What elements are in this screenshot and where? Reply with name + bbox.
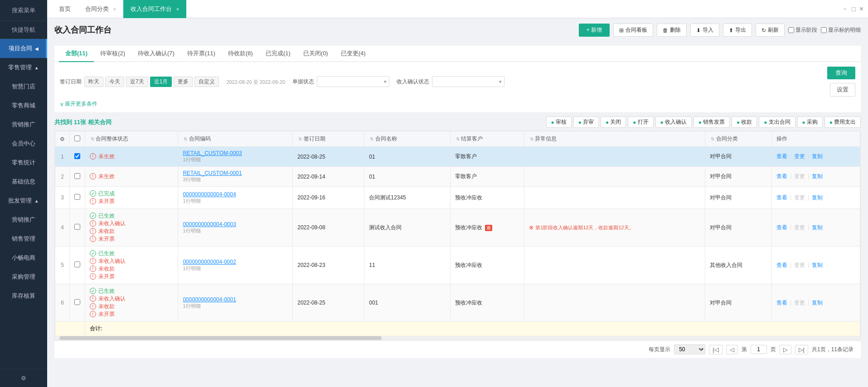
next-page-button[interactable]: ▷ [780,345,791,354]
row-checkbox-6[interactable] [70,284,85,322]
maximize-icon[interactable]: □ [852,5,855,13]
op-view-1[interactable]: 查看 [776,153,787,160]
checkbox-3[interactable] [74,194,80,200]
row-checkbox-1[interactable] [70,147,85,167]
sidebar-item-purchase[interactable]: 采购管理 [0,267,47,286]
settings-button[interactable]: 设置 [830,83,855,97]
sort-icon-error[interactable]: ⇅ [530,136,533,141]
op-copy-1[interactable]: 复制 [812,153,823,160]
th-select-all[interactable]: ⚙ [55,131,70,147]
action-close[interactable]: ● 关闭 [601,116,626,128]
sidebar-search[interactable]: 搜索菜单 [0,0,47,21]
first-page-button[interactable]: |◁ [709,345,722,354]
row-checkbox-3[interactable] [70,187,85,209]
export-button[interactable]: ⬆ 导出 [723,24,752,37]
date-7days[interactable]: 近7天 [126,77,148,87]
op-view-3[interactable]: 查看 [776,194,787,202]
sort-icon-code[interactable]: ⇅ [184,136,187,141]
op-edit-6[interactable]: 变更 [794,299,805,307]
date-more[interactable]: 更多 [174,77,193,87]
action-income-confirm[interactable]: ● 收入确认 [655,116,692,128]
date-yesterday[interactable]: 昨天 [84,77,103,87]
action-payment[interactable]: ● 收款 [732,116,757,128]
checkbox-2[interactable] [74,173,80,179]
refresh-button[interactable]: ↻ 刷新 [756,24,785,37]
minimize-icon[interactable]: － [842,5,848,13]
sidebar-item-xiaojiang[interactable]: 小畅电商 [0,248,47,267]
op-copy-6[interactable]: 复制 [812,299,823,307]
page-size-select[interactable]: 50 100 200 [674,344,705,354]
checkbox-1[interactable] [74,153,80,159]
expand-button[interactable]: ∨ 展开更多条件 [60,100,855,108]
page-input[interactable] [751,345,767,354]
kanban-button[interactable]: ⊞ 合同看板 [613,24,653,37]
action-purchase[interactable]: ● 采购 [797,116,823,128]
sidebar-item-sales-mgmt[interactable]: 销售管理 [0,229,47,248]
action-abandon-review[interactable]: ● 弃审 [573,116,599,128]
action-expense[interactable]: ● 费用支出 [824,116,861,128]
action-expense-contract[interactable]: ● 支出合同 [759,116,795,128]
op-edit-1[interactable]: 变更 [794,153,805,160]
date-today[interactable]: 今天 [105,77,124,87]
op-edit-5[interactable]: 变更 [794,261,805,269]
sidebar-item-base-info[interactable]: 基础信息 [0,172,47,191]
row-checkbox-4[interactable] [70,209,85,247]
settings-col-icon[interactable]: ⚙ [60,136,65,142]
op-copy-5[interactable]: 复制 [812,261,823,269]
select-all-checkbox[interactable] [74,135,80,141]
query-button[interactable]: 查询 [827,67,855,79]
action-sales-invoice[interactable]: ● 销售发票 [693,116,730,128]
op-copy-2[interactable]: 复制 [812,173,823,180]
show-mark-checkbox[interactable]: 显示标的明细 [821,26,861,34]
checkbox-4[interactable] [74,224,80,230]
code-link-6[interactable]: 0000000000004-0001 [183,296,236,303]
prev-page-button[interactable]: ◁ [726,345,738,354]
delete-button[interactable]: 🗑 删除 [657,24,687,37]
sort-icon-date[interactable]: ⇅ [298,136,302,141]
row-checkbox-2[interactable] [70,167,85,187]
status-tab-changed[interactable]: 已变更(4) [335,46,372,62]
close-tab-income-workbench[interactable]: × [176,6,179,12]
sidebar-item-retail-mall[interactable]: 零售商城 [0,96,47,115]
income-confirm-select[interactable] [432,76,504,87]
op-edit-3[interactable]: 变更 [794,194,805,202]
close-tab-contract-category[interactable]: × [113,6,116,12]
sidebar-item-marketing[interactable]: 营销推广 [0,115,47,134]
status-tab-pending-review[interactable]: 待审核(2) [94,46,131,62]
action-open[interactable]: ● 打开 [628,116,653,128]
show-mark-input[interactable] [821,27,827,33]
op-edit-2[interactable]: 变更 [794,173,805,180]
sort-icon-customer[interactable]: ⇅ [456,136,460,141]
status-tab-pending-confirm[interactable]: 待收入确认(7) [131,46,181,62]
sidebar-item-wholesale[interactable]: 批发管理 ▲ [0,191,47,210]
sidebar-item-inventory[interactable]: 库存核算 [0,286,47,305]
op-view-6[interactable]: 查看 [776,299,787,307]
status-tab-all[interactable]: 全部(11) [59,46,94,62]
doc-status-select[interactable] [317,76,389,87]
tab-home[interactable]: 首页 [52,0,78,18]
close-icon[interactable]: × [859,5,863,13]
code-link-4[interactable]: 0000000000004-0003 [183,221,236,227]
date-custom[interactable]: 自定义 [194,77,219,87]
scrollbar-thumb[interactable] [59,336,382,340]
sidebar-item-member[interactable]: 会员中心 [0,134,47,153]
op-view-4[interactable]: 查看 [776,224,787,232]
tab-income-workbench[interactable]: 收入合同工作台 × [123,0,186,18]
status-tab-pending-payment[interactable]: 待收款(8) [222,46,259,62]
status-tab-pending-invoice[interactable]: 待开票(11) [181,46,222,62]
new-button[interactable]: + 新增 [579,24,610,37]
last-page-button[interactable]: ▷| [795,345,808,354]
code-link-5[interactable]: 0000000000004-0002 [183,259,236,265]
date-1month[interactable]: 近1月 [150,77,172,87]
tab-contract-category[interactable]: 合同分类 × [78,0,123,18]
sidebar-quick-nav[interactable]: 快捷导航 [0,21,47,39]
sidebar-item-retail-mgmt[interactable]: 零售管理 ▲ [0,58,47,77]
op-view-2[interactable]: 查看 [776,173,787,180]
horizontal-scrollbar[interactable] [55,336,860,340]
sort-icon-name[interactable]: ⇅ [370,136,373,141]
show-stage-input[interactable] [788,27,794,33]
code-link-2[interactable]: RETAIL_CUSTOM-0001 [183,170,242,176]
op-copy-3[interactable]: 复制 [812,194,823,202]
checkbox-6[interactable] [74,299,80,305]
import-button[interactable]: ⬇ 导入 [690,24,719,37]
